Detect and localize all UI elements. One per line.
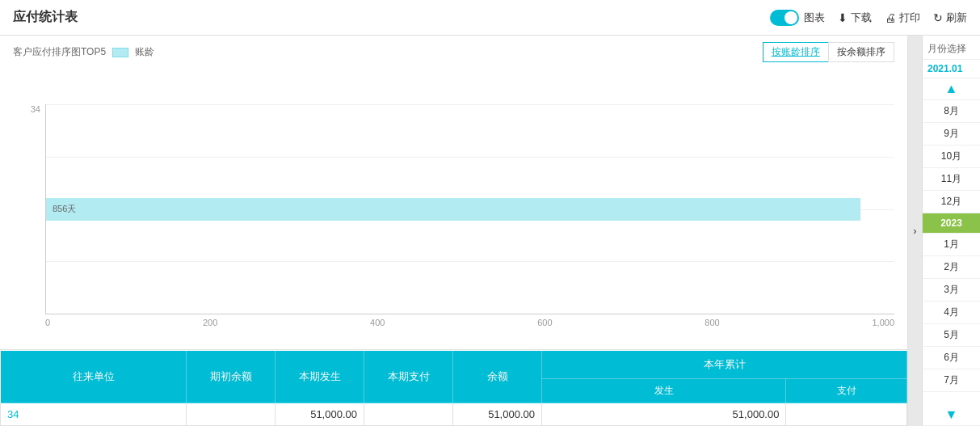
refresh-label: 刷新 bbox=[946, 11, 967, 25]
bar-chart: 34 bbox=[13, 69, 894, 327]
chevron-up-icon: ▲ bbox=[945, 82, 958, 95]
cell-balance: 51,000.00 bbox=[453, 403, 542, 426]
sidebar-nav-down[interactable]: ▼ bbox=[923, 404, 980, 426]
chart-bars-area: 856天 bbox=[45, 104, 894, 314]
col-header-opening: 期初余额 bbox=[187, 351, 275, 403]
supplier-link[interactable]: 34 bbox=[7, 408, 19, 420]
header: 应付统计表 图表 ⬇ 下载 🖨 打印 ↻ 刷新 bbox=[0, 0, 980, 36]
chevron-down-icon: ▼ bbox=[945, 407, 958, 421]
refresh-button[interactable]: ↻ 刷新 bbox=[933, 11, 967, 25]
data-table: 往来单位 期初余额 本期发生 本期支付 余额 本年累计 发生 支付 bbox=[0, 350, 907, 426]
sidebar-collapse-button[interactable]: › bbox=[908, 36, 923, 426]
sidebar-nav-up[interactable]: ▲ bbox=[923, 78, 980, 100]
month-item-dec[interactable]: 12月 bbox=[923, 191, 980, 213]
col-header-ytd-occur: 发生 bbox=[542, 379, 786, 403]
legend-title: 客户应付排序图TOP5 bbox=[13, 45, 106, 59]
y-axis: 34 bbox=[13, 104, 45, 314]
bar-fill bbox=[46, 198, 860, 221]
download-label: 下载 bbox=[851, 11, 872, 25]
month-item-jun[interactable]: 6月 bbox=[923, 347, 980, 369]
table-row: 34 51,000.00 51,000.00 51,000.00 bbox=[1, 403, 907, 426]
grid-line-25 bbox=[46, 157, 894, 158]
x-label-400: 400 bbox=[370, 318, 385, 327]
sidebar-title: 月份选择 bbox=[923, 36, 980, 60]
table-header-row: 往来单位 期初余额 本期发生 本期支付 余额 本年累计 bbox=[1, 351, 907, 379]
x-label-0: 0 bbox=[45, 318, 50, 327]
cell-occur: 51,000.00 bbox=[275, 403, 364, 426]
cell-pay bbox=[364, 403, 453, 426]
print-label: 打印 bbox=[899, 11, 920, 25]
col-header-ytd: 本年累计 bbox=[542, 351, 907, 379]
chart-toggle-label: 图表 bbox=[804, 11, 825, 25]
month-item-oct[interactable]: 10月 bbox=[923, 146, 980, 168]
sort-by-amount-button[interactable]: 按余额排序 bbox=[828, 42, 894, 62]
x-label-1000: 1,000 bbox=[872, 318, 894, 327]
cell-supplier: 34 bbox=[1, 403, 187, 426]
x-label-200: 200 bbox=[203, 318, 217, 327]
collapse-icon: › bbox=[913, 225, 916, 237]
col-header-ytd-pay: 支付 bbox=[786, 379, 907, 403]
chart-toggle-group: 图表 bbox=[770, 10, 825, 26]
month-list: 8月 9月 10月 11月 12月 2023 1月 2月 3月 4月 5月 6月… bbox=[923, 100, 980, 404]
sidebar: › 月份选择 2021.01 ▲ 8月 9月 10月 11月 12月 2023 … bbox=[907, 36, 980, 426]
month-item-feb[interactable]: 2月 bbox=[923, 256, 980, 279]
bar-label-right: 856天 bbox=[53, 203, 76, 215]
col-header-supplier: 往来单位 bbox=[1, 351, 187, 403]
month-item-may[interactable]: 5月 bbox=[923, 324, 980, 347]
month-item-nov[interactable]: 11月 bbox=[923, 168, 980, 191]
grid-line-75 bbox=[46, 261, 894, 262]
legend-box bbox=[112, 48, 128, 57]
cell-ytd-occur: 51,000.00 bbox=[542, 403, 786, 426]
table-area: 往来单位 期初余额 本期发生 本期支付 余额 本年累计 发生 支付 bbox=[0, 349, 907, 426]
page-title: 应付统计表 bbox=[13, 9, 78, 26]
month-item-jan[interactable]: 1月 bbox=[923, 234, 980, 256]
refresh-icon: ↻ bbox=[933, 11, 943, 24]
chart-header: 客户应付排序图TOP5 账龄 按账龄排序 按余额排序 bbox=[0, 36, 907, 69]
app-container: 应付统计表 图表 ⬇ 下载 🖨 打印 ↻ 刷新 bbox=[0, 0, 980, 426]
month-item-jul[interactable]: 7月 bbox=[923, 369, 980, 392]
month-item-aug[interactable]: 8月 bbox=[923, 100, 980, 123]
chart-legend: 客户应付排序图TOP5 账龄 bbox=[13, 45, 154, 59]
legend-box-label: 账龄 bbox=[135, 45, 154, 59]
grid-line-top bbox=[46, 104, 894, 105]
chart-toggle[interactable] bbox=[770, 10, 799, 26]
chart-sort-buttons: 按账龄排序 按余额排序 bbox=[763, 42, 894, 62]
x-label-600: 600 bbox=[537, 318, 552, 327]
bar-row: 856天 bbox=[46, 198, 894, 221]
bar-chart-container: 34 bbox=[0, 69, 907, 349]
month-item-mar[interactable]: 3月 bbox=[923, 279, 980, 302]
sidebar-year[interactable]: 2021.01 bbox=[923, 60, 980, 78]
month-item-apr[interactable]: 4月 bbox=[923, 302, 980, 324]
sort-by-balance-button[interactable]: 按账龄排序 bbox=[763, 42, 828, 62]
chart-area: 客户应付排序图TOP5 账龄 按账龄排序 按余额排序 34 bbox=[0, 36, 907, 426]
y-label-34: 34 bbox=[31, 104, 40, 114]
cell-opening bbox=[187, 403, 275, 426]
x-axis: 0 200 400 600 800 1,000 bbox=[13, 314, 894, 327]
chart-inner: 34 bbox=[13, 104, 894, 314]
col-header-balance: 余额 bbox=[453, 351, 542, 403]
download-icon: ⬇ bbox=[838, 11, 848, 24]
print-button[interactable]: 🖨 打印 bbox=[885, 11, 920, 25]
download-button[interactable]: ⬇ 下载 bbox=[838, 11, 872, 25]
print-icon: 🖨 bbox=[885, 11, 896, 24]
header-actions: 图表 ⬇ 下载 🖨 打印 ↻ 刷新 bbox=[770, 10, 967, 26]
sidebar-content: 月份选择 2021.01 ▲ 8月 9月 10月 11月 12月 2023 1月… bbox=[923, 36, 980, 426]
month-item-2023[interactable]: 2023 bbox=[923, 213, 980, 234]
col-header-occur: 本期发生 bbox=[275, 351, 364, 403]
cell-ytd-pay bbox=[786, 403, 907, 426]
main-content: 客户应付排序图TOP5 账龄 按账龄排序 按余额排序 34 bbox=[0, 36, 980, 426]
col-header-pay: 本期支付 bbox=[364, 351, 453, 403]
x-label-800: 800 bbox=[705, 318, 719, 327]
month-item-sep[interactable]: 9月 bbox=[923, 123, 980, 146]
